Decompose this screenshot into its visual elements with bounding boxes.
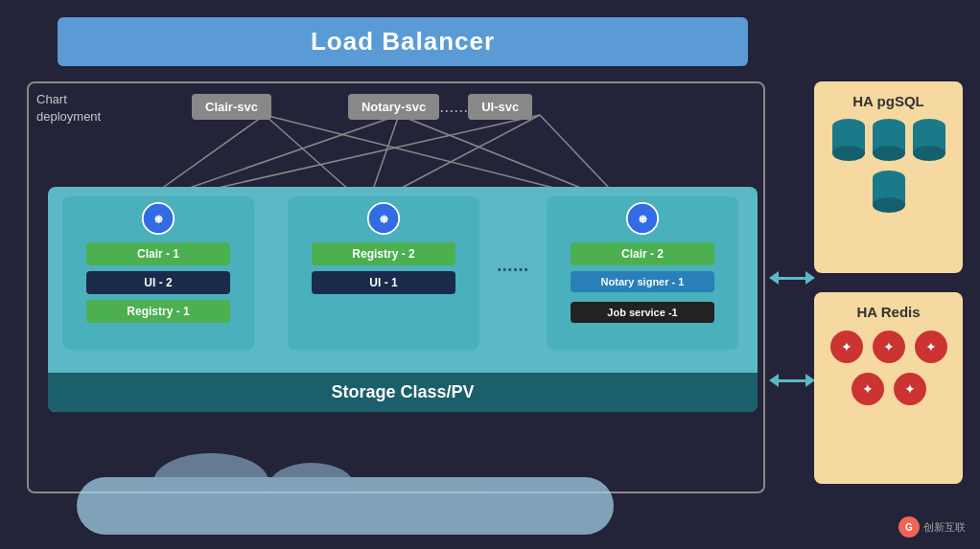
load-balancer-box: Load Balancer: [58, 17, 748, 66]
watermark-icon: G: [898, 516, 920, 538]
k8s-icon-pod2: ⎈: [366, 201, 401, 236]
clair-svc-label: Clair-svc: [205, 100, 258, 114]
registry-2-service: Registry - 2: [312, 242, 455, 265]
redis-icon-2: [873, 331, 905, 363]
notary-signer-service: Notary signer - 1: [571, 271, 714, 292]
arrow-left-head-top: [769, 271, 779, 285]
arrow-line-bottom: [779, 379, 805, 382]
main-panel: ⎈ Clair - 1 UI - 2 Registry - 1 ⎈ Regist…: [48, 187, 758, 412]
svg-text:⎈: ⎈: [380, 211, 388, 226]
k8s-icon-pod3: ⎈: [625, 201, 660, 236]
pod-1: ⎈ Clair - 1 UI - 2 Registry - 1: [62, 196, 254, 350]
arrow-left-head-bottom: [769, 374, 779, 387]
db-icon-2: [871, 117, 907, 165]
redis-icon-4: [852, 373, 884, 405]
pgsql-db-grid: [826, 117, 951, 217]
db-icon-4: [871, 169, 907, 217]
registry-1-service: Registry - 1: [86, 300, 230, 323]
svg-point-20: [832, 146, 865, 161]
ha-redis-panel: HA Redis: [814, 292, 963, 484]
watermark: G 创新互联: [898, 516, 966, 538]
load-balancer-label: Load Balancer: [311, 27, 495, 56]
svg-point-26: [913, 146, 945, 161]
k8s-icon-pod1: ⎈: [141, 201, 175, 236]
redis-icon-3: [915, 331, 947, 363]
arrow-right-head-top: [805, 271, 815, 285]
notary-svc-label: Notary-svc: [362, 100, 426, 114]
arrow-to-pgsql: [769, 271, 815, 285]
redis-grid: [826, 328, 951, 408]
ui-svc-label: UI-svc: [481, 100, 519, 114]
ui-2-service: UI - 2: [86, 271, 230, 294]
clair-1-service: Clair - 1: [86, 242, 230, 265]
clair-svc-box: Clair-svc: [192, 94, 271, 120]
scene: Load Balancer Chartdeployment Clair-svc …: [0, 0, 980, 549]
db-icon-3: [911, 117, 947, 165]
cloud-shape: [77, 477, 614, 535]
storage-label: Storage Class/PV: [331, 382, 474, 401]
arrow-line-top: [779, 277, 805, 280]
ha-redis-title: HA Redis: [826, 304, 951, 320]
svc-dots: ......: [439, 97, 468, 117]
svg-text:⎈: ⎈: [154, 211, 163, 226]
pod-2: ⎈ Registry - 2 UI - 1: [288, 196, 479, 350]
watermark-brand: 创新互联: [923, 520, 966, 535]
svg-text:⎈: ⎈: [639, 211, 647, 226]
chart-deployment-label: Chartdeployment: [36, 91, 101, 126]
ha-pgsql-panel: HA pgSQL: [814, 81, 963, 273]
job-service: Job service -1: [571, 302, 714, 323]
redis-icon-1: [830, 331, 863, 363]
svg-point-23: [873, 146, 905, 161]
ui-1-service: UI - 1: [312, 271, 455, 294]
ha-pgsql-title: HA pgSQL: [826, 93, 951, 109]
svg-point-29: [873, 197, 905, 213]
ui-svc-box: UI-svc: [468, 94, 532, 120]
notary-svc-box: Notary-svc: [348, 94, 439, 120]
db-icon-1: [830, 117, 867, 165]
arrow-to-redis: [769, 374, 815, 387]
pod-3: ⎈ Clair - 2 Notary signer - 1 Job servic…: [547, 196, 738, 350]
redis-icon-5: [894, 373, 926, 405]
pod-mid-dots: ......: [497, 254, 528, 276]
storage-bar: Storage Class/PV: [48, 373, 758, 412]
clair-2-service: Clair - 2: [571, 242, 714, 265]
watermark-icon-letter: G: [905, 522, 913, 533]
